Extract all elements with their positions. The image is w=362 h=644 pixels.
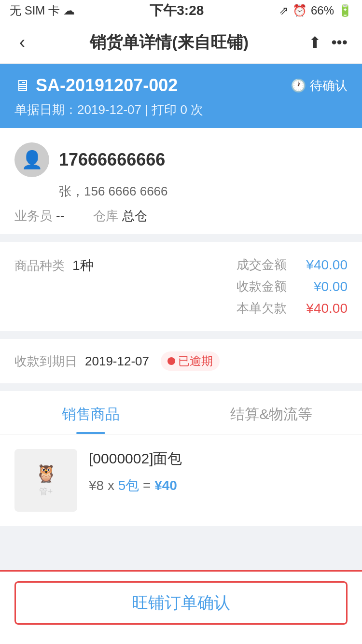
confirm-button-wrapper: 旺铺订单确认 (0, 570, 362, 644)
product-img-text: 管+ (39, 486, 53, 497)
equals-icon: = (143, 478, 154, 493)
price-unit: ¥8 (89, 478, 104, 493)
multiply-icon: x (108, 478, 118, 493)
amount-row-0: 成交金额 ¥40.00 (237, 256, 348, 273)
product-list: 🦉 管+ [0000002]面包 ¥8 x 5包 = ¥40 (0, 434, 362, 526)
order-status: 🕐 待确认 (291, 77, 348, 94)
summary-section: 商品种类 1种 成交金额 ¥40.00 收款金额 ¥0.00 本单欠款 ¥40.… (0, 242, 362, 331)
due-date-value: 2019-12-07 (85, 354, 149, 369)
summary-right: 成交金额 ¥40.00 收款金额 ¥0.00 本单欠款 ¥40.00 (237, 256, 348, 317)
product-qty: 5包 (118, 478, 139, 493)
tab-settlement[interactable]: 结算&物流等 (181, 391, 362, 434)
summary-left: 商品种类 1种 (14, 256, 94, 275)
product-item: 🦉 管+ [0000002]面包 ¥8 x 5包 = ¥40 (14, 449, 348, 512)
avatar-icon: 👤 (21, 150, 43, 170)
overdue-text: 已逾期 (178, 353, 213, 369)
sales-label: 业务员 (14, 208, 52, 224)
order-header: 🖥 SA-20191207-002 🕐 待确认 单据日期：2019-12-07 … (0, 64, 362, 128)
sales-value: -- (56, 209, 64, 224)
overdue-badge: 已逾期 (161, 351, 220, 371)
order-doc-icon: 🖥 (14, 77, 30, 95)
status-right: ⇗ ⏰ 66% 🔋 (279, 4, 352, 17)
product-total: ¥40 (154, 478, 177, 493)
warehouse-value: 总仓 (122, 208, 147, 224)
product-price: ¥8 x 5包 = ¥40 (89, 476, 348, 495)
type-label: 商品种类 (14, 257, 65, 274)
nav-actions: ⬆︎ ••• (308, 33, 348, 52)
amount-value-0: ¥40.00 (294, 257, 348, 273)
status-text: 待确认 (310, 77, 348, 94)
status-time: 下午3:28 (150, 1, 204, 20)
amount-row-2: 本单欠款 ¥40.00 (237, 300, 348, 317)
product-logo-icon: 🦉 (35, 463, 57, 484)
tabs-section: 销售商品 结算&物流等 🦉 管+ [0000002]面包 ¥8 x 5包 = ¥… (0, 391, 362, 526)
share-icon[interactable]: ⬆︎ (308, 33, 321, 52)
product-info: [0000002]面包 ¥8 x 5包 = ¥40 (89, 449, 348, 495)
due-date-section: 收款到期日 2019-12-07 已逾期 (0, 339, 362, 383)
battery-level: 66% (311, 4, 334, 17)
product-name: [0000002]面包 (89, 449, 348, 469)
status-bar: 无 SIM 卡 ☁ 下午3:28 ⇗ ⏰ 66% 🔋 (0, 0, 362, 21)
product-image: 🦉 管+ (14, 449, 77, 512)
amount-value-1: ¥0.00 (294, 279, 348, 294)
type-value: 1种 (72, 256, 94, 275)
sim-status: 无 SIM 卡 ☁ (10, 3, 75, 18)
warehouse-label: 仓库 (93, 208, 118, 224)
sales-meta: 业务员 -- (14, 208, 64, 224)
amount-value-2: ¥40.00 (294, 301, 348, 316)
back-button[interactable]: ‹ (14, 28, 30, 57)
battery-icon: 🔋 (338, 4, 352, 17)
clock-icon: 🕐 (291, 78, 306, 93)
avatar: 👤 (14, 142, 49, 177)
amount-label-0: 成交金额 (237, 256, 287, 273)
nav-bar: ‹ 销货单详情(来自旺铺) ⬆︎ ••• (0, 21, 362, 64)
overdue-dot-icon (167, 357, 175, 365)
customer-section: 👤 17666666666 张，156 6666 6666 业务员 -- 仓库 … (0, 128, 362, 234)
more-icon[interactable]: ••• (331, 33, 348, 51)
status-left: 无 SIM 卡 ☁ (10, 3, 75, 18)
location-icon: ⇗ (279, 4, 289, 17)
warehouse-meta: 仓库 总仓 (93, 208, 147, 224)
confirm-order-button[interactable]: 旺铺订单确认 (14, 581, 348, 625)
order-date: 单据日期：2019-12-07 | 打印 0 次 (14, 101, 348, 118)
amount-label-1: 收款金额 (237, 278, 287, 295)
alarm-icon: ⏰ (292, 4, 307, 17)
order-id-container: 🖥 SA-20191207-002 (14, 75, 178, 96)
page-title: 销货单详情(来自旺铺) (30, 31, 308, 54)
order-id: SA-20191207-002 (36, 75, 178, 96)
due-label: 收款到期日 (14, 353, 77, 370)
tabs-bar: 销售商品 结算&物流等 (0, 391, 362, 434)
amount-row-1: 收款金额 ¥0.00 (237, 278, 348, 295)
customer-name-phone: 张，156 6666 6666 (14, 183, 348, 200)
amount-label-2: 本单欠款 (237, 300, 287, 317)
tab-sales-products[interactable]: 销售商品 (0, 391, 181, 434)
customer-phone: 17666666666 (59, 150, 165, 170)
customer-meta: 业务员 -- 仓库 总仓 (14, 208, 348, 224)
